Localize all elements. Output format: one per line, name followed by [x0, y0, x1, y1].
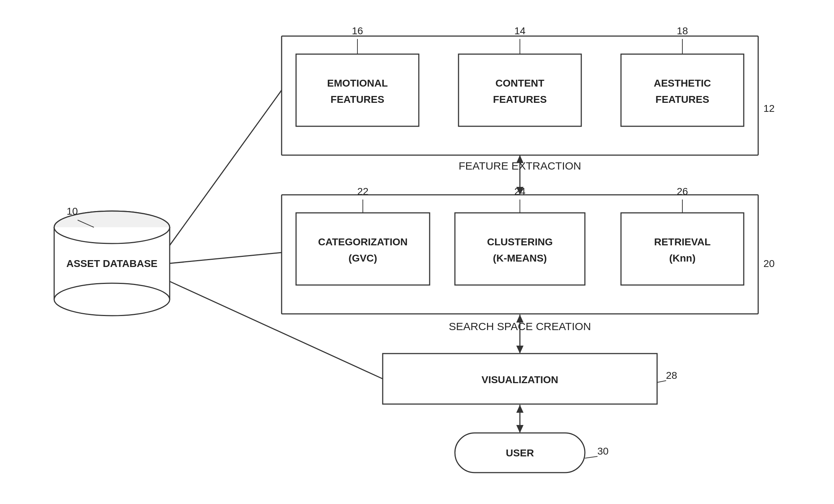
emotional-features-label-1: EMOTIONAL [327, 78, 388, 89]
svg-line-35 [170, 253, 282, 263]
clustering-label-2: (K-MEANS) [493, 253, 547, 264]
aesthetic-features-label-2: FEATURES [656, 94, 709, 105]
asset-database-label: ASSET DATABASE [66, 258, 158, 269]
svg-line-34 [170, 90, 282, 245]
ref-26: 26 [677, 186, 688, 197]
svg-line-22 [657, 381, 666, 382]
ref-30: 30 [597, 446, 608, 457]
ref-10: 10 [66, 206, 78, 217]
ref-12: 12 [763, 103, 774, 114]
aesthetic-features-label-1: AESTHETIC [654, 78, 711, 89]
visualization-label: VISUALIZATION [482, 374, 559, 385]
ref-18: 18 [677, 25, 688, 36]
svg-marker-33 [516, 405, 524, 413]
retrieval-label-1: RETRIEVAL [654, 236, 711, 247]
ref-20: 20 [763, 258, 774, 269]
diagram-container: ASSET DATABASE 10 FEATURE EXTRACTION 12 … [0, 0, 834, 504]
svg-rect-8 [296, 54, 419, 126]
ref-28: 28 [666, 370, 677, 381]
svg-marker-27 [516, 155, 524, 163]
categorization-label-2: (GVC) [348, 253, 377, 264]
user-label: USER [506, 447, 534, 459]
ref-16: 16 [352, 25, 363, 36]
content-features-label-2: FEATURES [493, 94, 547, 105]
svg-rect-15 [296, 213, 430, 285]
categorization-label-1: CATEGORIZATION [318, 236, 408, 247]
svg-marker-30 [516, 315, 524, 323]
svg-rect-10 [459, 54, 581, 126]
svg-line-24 [585, 456, 598, 458]
ref-22: 22 [357, 186, 368, 197]
svg-marker-29 [516, 346, 524, 354]
clustering-label-1: CLUSTERING [487, 236, 553, 247]
svg-rect-12 [621, 54, 744, 126]
svg-rect-17 [455, 213, 585, 285]
ref-14: 14 [514, 25, 525, 36]
retrieval-label-2: (Knn) [669, 253, 695, 264]
svg-point-4 [54, 283, 170, 316]
diagram-svg: ASSET DATABASE 10 FEATURE EXTRACTION 12 … [0, 0, 834, 504]
emotional-features-label-2: FEATURES [331, 94, 385, 105]
svg-marker-32 [516, 425, 524, 433]
svg-rect-19 [621, 213, 744, 285]
content-features-label-1: CONTENT [495, 78, 544, 89]
